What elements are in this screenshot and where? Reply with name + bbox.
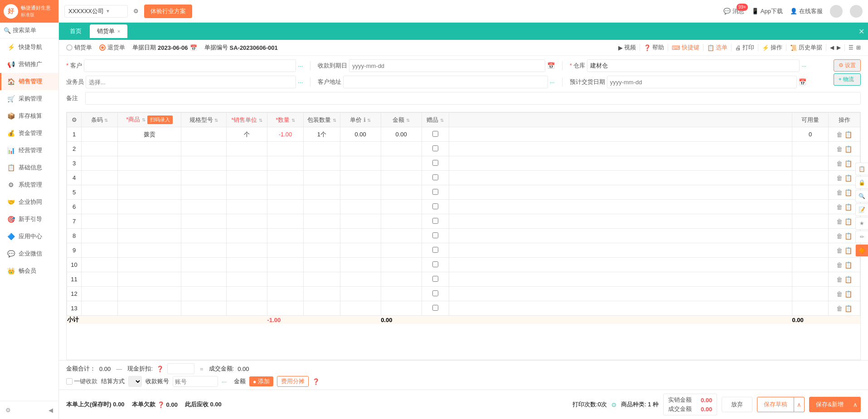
- cell-pkg-qty[interactable]: [304, 243, 340, 258]
- salesperson-input[interactable]: [86, 76, 296, 88]
- float-btn-6[interactable]: ✏: [855, 231, 868, 243]
- cell-qty[interactable]: [267, 171, 304, 185]
- cell-amount[interactable]: [381, 185, 422, 200]
- scan-btn[interactable]: 扫码录入: [147, 116, 173, 124]
- cell-unit-price[interactable]: [340, 171, 381, 185]
- account-input[interactable]: [173, 376, 218, 387]
- cell-amount[interactable]: [381, 171, 422, 185]
- cell-unit[interactable]: [227, 287, 267, 301]
- delete-icon[interactable]: 🗑: [836, 189, 843, 196]
- cell-gift[interactable]: [422, 214, 449, 229]
- table-wrapper[interactable]: ⚙ 条码 ⇅ *商品 ⇅ 扫码录入 规格型号 ⇅: [66, 112, 861, 360]
- cell-qty[interactable]: [267, 185, 304, 200]
- collapse-btn[interactable]: ◀: [47, 405, 55, 415]
- cell-gift[interactable]: [422, 156, 449, 171]
- toolbar-select[interactable]: 📋 选单: [707, 43, 727, 52]
- cell-unit[interactable]: [227, 171, 267, 185]
- tab-bar-close-icon[interactable]: ✕: [858, 27, 864, 36]
- due-date-input[interactable]: [349, 59, 545, 72]
- toolbar-prev[interactable]: ◀: [830, 44, 834, 51]
- help-icon-arrears[interactable]: ❓: [157, 401, 165, 408]
- cell-qty[interactable]: [267, 301, 304, 316]
- cell-pkg-qty[interactable]: [304, 171, 340, 185]
- cell-unit-price[interactable]: [340, 243, 381, 258]
- setup-btn[interactable]: ⚙ 设置: [834, 59, 861, 72]
- cell-gift[interactable]: [422, 243, 449, 258]
- sidebar-item-purchase[interactable]: 🛒 采购管理: [0, 90, 58, 107]
- copy-icon[interactable]: 📋: [844, 131, 852, 138]
- cell-product[interactable]: [118, 214, 181, 229]
- float-btn-2[interactable]: 🔒: [855, 176, 868, 189]
- toolbar-video[interactable]: ▶ 视频: [618, 43, 636, 52]
- toolbar-grid-view[interactable]: ⊞: [856, 44, 861, 51]
- cell-product[interactable]: [118, 185, 181, 200]
- cell-product[interactable]: [118, 272, 181, 287]
- copy-icon[interactable]: 📋: [844, 203, 852, 211]
- discount-input[interactable]: [167, 363, 194, 374]
- radio-sale[interactable]: 销货单: [66, 43, 92, 52]
- float-btn-1[interactable]: 📋: [855, 163, 868, 175]
- save-new-btn[interactable]: 保存&新增: [809, 397, 850, 412]
- cell-spec[interactable]: [181, 156, 227, 171]
- expense-btn[interactable]: 费用分摊: [277, 376, 309, 387]
- copy-icon[interactable]: 📋: [844, 160, 852, 167]
- cell-unit-price[interactable]: [340, 200, 381, 214]
- cell-remark[interactable]: [449, 142, 792, 156]
- cell-spec[interactable]: [181, 272, 227, 287]
- sidebar-item-enterprise[interactable]: 🤝 企业协同: [0, 193, 58, 211]
- cell-remark[interactable]: [449, 200, 792, 214]
- cell-product[interactable]: [118, 301, 181, 316]
- cell-unit-price[interactable]: 0.00: [340, 127, 381, 142]
- customer-addr-input[interactable]: [343, 76, 548, 88]
- copy-icon[interactable]: 📋: [844, 247, 852, 254]
- due-date-cal-icon[interactable]: 📅: [547, 62, 555, 69]
- help-icon[interactable]: ❓: [156, 366, 164, 372]
- cell-spec[interactable]: [181, 185, 227, 200]
- salesperson-dots[interactable]: ···: [298, 79, 303, 86]
- cell-amount[interactable]: [381, 243, 422, 258]
- sidebar-item-quick-nav[interactable]: ⚡ 快捷导航: [0, 39, 58, 56]
- cell-unit-price[interactable]: [340, 185, 381, 200]
- cell-unit-price[interactable]: [340, 258, 381, 272]
- expected-delivery-input[interactable]: [607, 76, 797, 88]
- delete-icon[interactable]: 🗑: [836, 232, 843, 240]
- cell-gift[interactable]: [422, 127, 449, 142]
- customer-dots[interactable]: ···: [298, 63, 303, 69]
- sidebar-item-guide[interactable]: 🎯 新手引导: [0, 211, 58, 228]
- cell-amount[interactable]: [381, 301, 422, 316]
- cell-pkg-qty[interactable]: [304, 272, 340, 287]
- cell-product[interactable]: 拨贡: [118, 127, 181, 142]
- account-dots[interactable]: ···: [222, 378, 227, 385]
- cell-spec[interactable]: [181, 214, 227, 229]
- cell-gift[interactable]: [422, 301, 449, 316]
- cell-product[interactable]: [118, 171, 181, 185]
- cell-unit-price[interactable]: [340, 287, 381, 301]
- delete-icon[interactable]: 🗑: [836, 160, 843, 167]
- cell-pkg-qty[interactable]: [304, 301, 340, 316]
- cell-pkg-qty[interactable]: 1个: [304, 127, 340, 142]
- expense-help-icon[interactable]: ❓: [312, 378, 320, 385]
- cell-gift[interactable]: [422, 142, 449, 156]
- cell-barcode[interactable]: [82, 229, 118, 243]
- cell-spec[interactable]: [181, 142, 227, 156]
- cell-pkg-qty[interactable]: [304, 156, 340, 171]
- cell-remark[interactable]: [449, 127, 792, 142]
- cell-barcode[interactable]: [82, 127, 118, 142]
- copy-icon[interactable]: 📋: [844, 276, 852, 283]
- settings-btn[interactable]: ⚙: [4, 405, 13, 415]
- avatar2[interactable]: [850, 5, 863, 18]
- cell-remark[interactable]: [449, 214, 792, 229]
- float-btn-3[interactable]: 🔍: [855, 190, 868, 202]
- cell-remark[interactable]: [449, 301, 792, 316]
- cell-qty[interactable]: [267, 287, 304, 301]
- sidebar-item-sales[interactable]: 🏠 销售管理: [0, 73, 58, 90]
- cell-gift[interactable]: [422, 171, 449, 185]
- cell-spec[interactable]: [181, 301, 227, 316]
- cell-barcode[interactable]: [82, 185, 118, 200]
- cell-unit[interactable]: [227, 156, 267, 171]
- cell-barcode[interactable]: [82, 301, 118, 316]
- topbar-gear-icon[interactable]: ⚙: [131, 6, 141, 16]
- cell-barcode[interactable]: [82, 142, 118, 156]
- cell-unit-price[interactable]: [340, 272, 381, 287]
- copy-icon[interactable]: 📋: [844, 305, 852, 312]
